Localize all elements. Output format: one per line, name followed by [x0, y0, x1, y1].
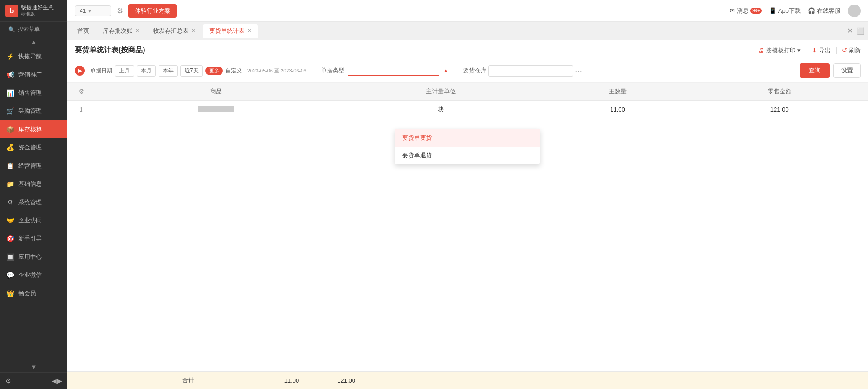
sidebar-item-basic[interactable]: 📁 基础信息: [0, 175, 67, 193]
sidebar-item-quick-nav[interactable]: ⚡ 快捷导航: [0, 47, 67, 66]
type-dropdown: 要货单要货 要货单退货: [395, 129, 540, 164]
date-filter-label: 单据日期: [90, 67, 112, 75]
sidebar-scroll-up[interactable]: ▲: [0, 37, 67, 47]
refresh-btn[interactable]: ↺ 刷新: [842, 46, 861, 55]
messages-btn[interactable]: ✉ 消息 99+: [730, 7, 762, 15]
export-icon: ⬇: [812, 47, 817, 54]
date-btn-this-year[interactable]: 本年: [159, 65, 178, 77]
inventory-icon: 📦: [5, 125, 15, 134]
sidebar-item-purchase[interactable]: 🛒 采购管理: [0, 102, 67, 120]
top-header: 41 ▾ ⚙ 体验行业方案 ✉ 消息 99+ 📱 App下载 🎧 在线客服: [67, 0, 868, 22]
footer-label: 合计: [182, 376, 219, 384]
date-btn-last-month[interactable]: 上月: [115, 65, 134, 77]
date-btn-this-month[interactable]: 本月: [137, 65, 156, 77]
date-more-badge[interactable]: 更多: [205, 67, 223, 75]
sidebar-item-member[interactable]: 👑 畅会员: [0, 284, 67, 302]
refresh-icon: ↺: [842, 47, 847, 54]
app-version: 标准版: [21, 11, 54, 17]
guide-icon: 🎯: [5, 234, 15, 243]
tab-receive-summary[interactable]: 收发存汇总表 ✕: [147, 24, 202, 38]
sidebar-item-inventory[interactable]: 📦 库存核算: [0, 120, 67, 138]
filter-settings-button[interactable]: 设置: [833, 63, 861, 78]
sidebar-item-system[interactable]: ⚙ 系统管理: [0, 193, 67, 211]
tab-bar-right: ✕ ⬜: [847, 26, 864, 35]
type-filter-chevron-up-icon[interactable]: ▲: [443, 67, 448, 74]
type-filter-label: 单据类型: [321, 67, 344, 75]
th-unit: 主计量单位: [337, 83, 544, 101]
th-amount: 零售金额: [691, 83, 868, 101]
system-icon: ⚙: [5, 198, 15, 207]
app-logo: b 畅捷通好生意 标准版: [0, 0, 67, 22]
tab-inventory-batch[interactable]: 库存批次账 ✕: [97, 24, 146, 38]
sidebar-item-marketing[interactable]: 📢 营销推广: [0, 66, 67, 84]
filter-bar: ▶ 单据日期 上月 本月 本年 近7天 更多 自定义 2023-05-06 至 …: [67, 59, 868, 83]
filter-right: 查询 设置: [800, 63, 861, 78]
warehouse-more-icon[interactable]: ⋯: [575, 67, 582, 75]
tab-order-summary-close[interactable]: ✕: [247, 28, 252, 34]
footer-quantity: 11.00: [264, 377, 319, 384]
sidebar-item-finance[interactable]: 💰 资金管理: [0, 138, 67, 157]
dropdown-item-order-return[interactable]: 要货单退货: [395, 147, 540, 164]
sidebar-scroll-down[interactable]: ▼: [0, 362, 67, 372]
data-table: ⚙ 商品 主计量单位 主数量 零售金额 1 块 11.00: [67, 83, 868, 118]
enterprise-icon: 🤝: [5, 216, 15, 225]
th-settings[interactable]: ⚙: [67, 83, 95, 101]
table-header-row: ⚙ 商品 主计量单位 主数量 零售金额: [67, 83, 868, 101]
sidebar-item-label: 营销推广: [18, 71, 42, 79]
expand-tabs-icon[interactable]: ⬜: [857, 27, 864, 35]
search-menu[interactable]: 🔍 搜索菜单: [0, 22, 67, 37]
app-name: 畅捷通好生意: [21, 4, 54, 10]
store-value: 41: [80, 8, 86, 14]
sidebar-item-label: 库存核算: [18, 125, 42, 133]
tab-order-summary-label: 要货单统计表: [209, 27, 245, 35]
settings-icon[interactable]: ⚙: [5, 377, 11, 384]
app-download-label: App下载: [778, 7, 801, 15]
table-settings-icon[interactable]: ⚙: [78, 87, 84, 95]
type-filter-input[interactable]: [348, 66, 439, 76]
sidebar-item-label: 系统管理: [18, 198, 42, 206]
tab-home[interactable]: 首页: [71, 24, 96, 38]
cell-quantity: 11.00: [544, 101, 691, 118]
sidebar-item-operations[interactable]: 📋 经营管理: [0, 157, 67, 175]
quick-nav-icon: ⚡: [5, 52, 15, 61]
table-footer: 合计 11.00 121.00: [67, 371, 868, 389]
tab-home-label: 首页: [77, 27, 89, 35]
avatar[interactable]: [848, 5, 861, 17]
sidebar-item-enterprise[interactable]: 🤝 企业协同: [0, 211, 67, 230]
dropdown-item-order-goods[interactable]: 要货单要货: [395, 129, 540, 147]
online-service-btn[interactable]: 🎧 在线客服: [808, 7, 841, 15]
warehouse-filter-label: 要货仓库: [463, 67, 487, 75]
sidebar-item-wechat[interactable]: 💬 企业微信: [0, 266, 67, 284]
export-btn[interactable]: ⬇ 导出: [812, 46, 831, 55]
tab-inventory-batch-close[interactable]: ✕: [135, 28, 139, 34]
sales-icon: 📊: [5, 88, 15, 97]
sidebar-item-sales[interactable]: 📊 销售管理: [0, 84, 67, 102]
app-download-btn[interactable]: 📱 App下载: [769, 7, 801, 15]
purchase-icon: 🛒: [5, 107, 15, 116]
tab-inventory-batch-label: 库存批次账: [103, 27, 133, 35]
cell-num: 1: [67, 101, 95, 118]
print-btn[interactable]: 🖨 按模板打印 ▾: [758, 46, 801, 55]
sidebar-item-label: 经营管理: [18, 162, 42, 170]
date-btn-last-7-days[interactable]: 近7天: [180, 65, 203, 77]
store-dropdown[interactable]: 41 ▾: [75, 5, 111, 16]
marketing-icon: 📢: [5, 70, 15, 79]
query-button[interactable]: 查询: [800, 63, 830, 78]
footer-amount: 121.00: [319, 377, 374, 384]
date-custom-btn[interactable]: 自定义: [226, 67, 242, 75]
sidebar-item-label: 企业协同: [18, 216, 42, 225]
header-right: ✉ 消息 99+ 📱 App下载 🎧 在线客服: [730, 5, 861, 17]
header-left: 41 ▾ ⚙ 体验行业方案: [75, 4, 730, 18]
tab-order-summary[interactable]: 要货单统计表 ✕: [203, 24, 258, 38]
sidebar-item-guide[interactable]: 🎯 新手引导: [0, 230, 67, 248]
expand-filter-btn[interactable]: ▶: [75, 66, 85, 76]
online-service-label: 在线客服: [817, 7, 841, 15]
trial-button[interactable]: 体验行业方案: [128, 4, 177, 18]
gear-icon[interactable]: ⚙: [117, 6, 123, 15]
warehouse-filter-input[interactable]: [488, 65, 573, 77]
tab-receive-summary-close[interactable]: ✕: [191, 28, 195, 34]
divider2: [836, 47, 837, 54]
collapse-icon[interactable]: ◀▶: [52, 377, 62, 384]
close-all-tabs-icon[interactable]: ✕: [847, 26, 853, 35]
sidebar-item-apps[interactable]: 🔲 应用中心: [0, 248, 67, 266]
